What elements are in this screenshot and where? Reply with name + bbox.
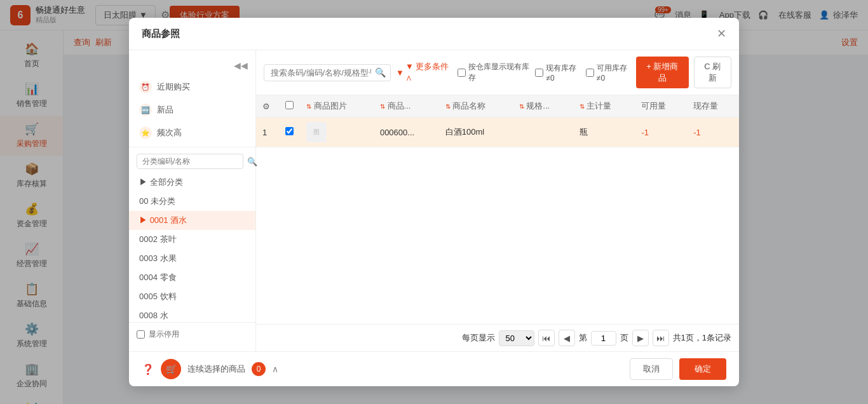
footer-right: 取消 确定 [630, 358, 726, 380]
right-product-panel: 🔍 ▼ ▼ 更多条件 ∧ 按仓库显示现有库存 现有库存≠0 [256, 50, 739, 351]
category-tree: ▶ 全部分类 00 未分类 ▶ 0001 酒水 0002 茶叶 0003 水果 … [129, 173, 255, 322]
show-disabled-label: 显示停用 [149, 329, 179, 340]
product-image: 图 [306, 122, 327, 142]
prev-page-button[interactable]: ◀ [559, 330, 575, 346]
pagination: 每页显示 50 100 200 ⏮ ◀ 第 页 ▶ ⏭ 共1页，1条记录 [256, 324, 739, 351]
page-label: 第 [579, 332, 587, 344]
recent-buy-label: 近期购买 [157, 81, 190, 93]
cart-icon: 🛒 [161, 359, 181, 379]
per-page-label: 每页显示 [462, 332, 495, 344]
row-checkbox[interactable] [279, 118, 300, 147]
category-0004[interactable]: 0004 零食 [129, 268, 255, 287]
confirm-button[interactable]: 确定 [679, 358, 726, 380]
modal-body: ◀◀ ⏰ 近期购买 🆕 新品 ⭐ 频次高 🔍 [129, 50, 739, 351]
available-checkbox-label: 现有库存≠0 [546, 63, 580, 83]
help-icon[interactable]: ❓ [142, 363, 154, 375]
left-filter-panel: ◀◀ ⏰ 近期购买 🆕 新品 ⭐ 频次高 🔍 [129, 50, 256, 351]
high-freq-item[interactable]: ⭐ 频次高 [129, 121, 255, 144]
category-0008[interactable]: 0008 水 [129, 306, 255, 322]
next-page-button[interactable]: ▶ [632, 330, 649, 346]
col-available: 可用量 [635, 95, 687, 118]
per-page-select[interactable]: 50 100 200 [499, 330, 534, 346]
page-number-input[interactable] [591, 331, 616, 346]
cancel-button[interactable]: 取消 [630, 358, 673, 380]
col-spec: ⇅ 规格... [513, 95, 573, 118]
search-wrap: 🔍 [264, 64, 391, 81]
add-product-button[interactable]: + 新增商品 [636, 57, 688, 88]
row-img: 图 [300, 118, 374, 147]
col-current: 现存量 [687, 95, 739, 118]
modal-header: 商品参照 ✕ [129, 18, 739, 50]
table-row[interactable]: 1 图 000600... 白酒100ml 瓶 -1 -1 [256, 118, 739, 147]
show-disabled-row: 显示停用 [129, 322, 255, 346]
high-freq-icon: ⭐ [139, 126, 152, 139]
warehouse-checkbox-item[interactable]: 按仓库显示现有库存 [458, 62, 530, 83]
warehouse-checkbox-label: 按仓库显示现有库存 [468, 62, 530, 83]
col-code: ⇅ 商品... [374, 95, 439, 118]
product-table: ⚙ ⇅ 商品图片 ⇅ 商品... ⇅ 商品名称 [256, 95, 739, 147]
modal-title: 商品参照 [142, 28, 180, 40]
new-product-item[interactable]: 🆕 新品 [129, 98, 255, 121]
category-all[interactable]: ▶ 全部分类 [129, 173, 255, 192]
row-name: 白酒100ml [439, 118, 513, 147]
modal-footer: ❓ 🛒 连续选择的商品 0 ∧ 取消 确定 [129, 351, 739, 386]
row-num: 1 [256, 118, 279, 147]
footer-left: ❓ 🛒 连续选择的商品 0 ∧ [142, 359, 278, 379]
first-page-button[interactable]: ⏮ [538, 330, 555, 346]
tree-arrow-all: ▶ [139, 177, 150, 187]
modal-overlay: 商品参照 ✕ ◀◀ ⏰ 近期购买 🆕 新品 ⭐ [0, 0, 868, 404]
page-unit: 页 [620, 332, 628, 344]
row-spec [513, 118, 573, 147]
col-unit: ⇅ 主计量 [573, 95, 635, 118]
continuous-count-badge: 0 [252, 362, 266, 376]
select-all-checkbox[interactable] [285, 101, 294, 109]
table-head: ⚙ ⇅ 商品图片 ⇅ 商品... ⇅ 商品名称 [256, 95, 739, 118]
show-disabled-checkbox[interactable] [137, 330, 145, 339]
row-select-checkbox[interactable] [285, 127, 294, 135]
category-search-row: 🔍 [129, 150, 255, 173]
available-checkbox[interactable] [535, 69, 543, 77]
row-current: -1 [687, 118, 739, 147]
warehouse-checkbox[interactable] [458, 69, 466, 77]
filter-button[interactable]: ▼ ▼ 更多条件 ∧ [396, 61, 452, 84]
continuous-label: 连续选择的商品 [187, 363, 245, 375]
category-0005[interactable]: 0005 饮料 [129, 287, 255, 306]
last-page-button[interactable]: ⏭ [653, 330, 669, 346]
category-0001[interactable]: ▶ 0001 酒水 [129, 211, 255, 230]
left-panel-header: ◀◀ [129, 55, 255, 76]
refresh-button[interactable]: C 刷新 [694, 57, 732, 88]
toolbar-right: + 新增商品 C 刷新 [636, 57, 731, 88]
product-search-icon[interactable]: 🔍 [375, 67, 386, 77]
category-0002[interactable]: 0002 茶叶 [129, 230, 255, 249]
divider [129, 147, 255, 147]
recent-buy-item[interactable]: ⏰ 近期购买 [129, 76, 255, 98]
usable-checkbox-item[interactable]: 可用库存≠0 [586, 63, 631, 83]
filter-label: ▼ 更多条件 ∧ [405, 61, 453, 84]
col-checkbox[interactable] [279, 95, 300, 118]
total-pages-label: 共1页，1条记录 [673, 332, 731, 344]
row-unit: 瓶 [573, 118, 635, 147]
usable-checkbox-label: 可用库存≠0 [597, 63, 631, 83]
category-00[interactable]: 00 未分类 [129, 192, 255, 211]
new-product-label: 新品 [157, 104, 173, 116]
row-available: -1 [635, 118, 687, 147]
category-search-input[interactable] [137, 154, 243, 169]
usable-checkbox[interactable] [586, 69, 594, 77]
col-settings[interactable]: ⚙ [256, 95, 279, 118]
tree-arrow-0001: ▶ [139, 215, 150, 225]
high-freq-label: 频次高 [157, 127, 182, 138]
col-img: ⇅ 商品图片 [300, 95, 374, 118]
filter-icon: ▼ [396, 68, 404, 77]
product-table-wrap: ⚙ ⇅ 商品图片 ⇅ 商品... ⇅ 商品名称 [256, 95, 739, 324]
modal-close-button[interactable]: ✕ [717, 27, 726, 41]
row-code: 000600... [374, 118, 439, 147]
collapse-icon[interactable]: ◀◀ [234, 60, 248, 71]
col-name: ⇅ 商品名称 [439, 95, 513, 118]
table-body: 1 图 000600... 白酒100ml 瓶 -1 -1 [256, 118, 739, 147]
product-toolbar: 🔍 ▼ ▼ 更多条件 ∧ 按仓库显示现有库存 现有库存≠0 [256, 50, 739, 95]
recent-buy-icon: ⏰ [139, 81, 152, 93]
category-0003[interactable]: 0003 水果 [129, 249, 255, 268]
product-search-input[interactable] [264, 64, 391, 81]
collapse-footer-icon[interactable]: ∧ [272, 364, 278, 374]
available-checkbox-item[interactable]: 现有库存≠0 [535, 63, 580, 83]
